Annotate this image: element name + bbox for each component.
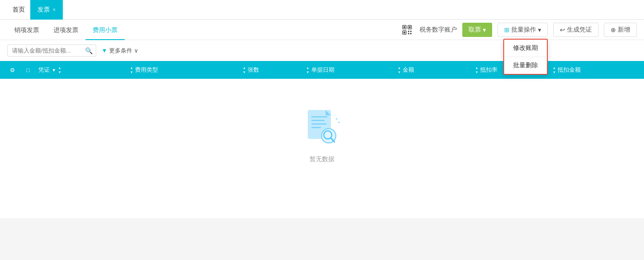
th-date[interactable]: ▲▼ 单据日期 xyxy=(302,66,394,74)
filter-icon: ▼ xyxy=(102,47,107,54)
tab-xiaoxiang[interactable]: 销项发票 xyxy=(7,20,46,40)
th-deduct-rate-label: 抵扣率 xyxy=(480,66,497,74)
tab-jinxiang[interactable]: 进项发票 xyxy=(46,20,86,40)
empty-state-icon xyxy=(300,106,344,150)
batch-chevron-icon: ▾ xyxy=(538,26,541,33)
th-expense-sort-arrows: ▲▼ xyxy=(130,66,134,74)
th-date-sort-arrows: ▲▼ xyxy=(306,66,310,74)
svg-rect-11 xyxy=(311,116,327,118)
modify-period-item[interactable]: 修改账期 xyxy=(504,40,547,57)
add-button[interactable]: ⊕ 新增 xyxy=(604,23,637,37)
settings-icon: ⚙ xyxy=(10,67,15,73)
batch-delete-item[interactable]: 批量删除 xyxy=(504,57,547,74)
empty-state: 暂无数据 xyxy=(0,79,644,181)
invoice-tab-label: 发票 xyxy=(37,6,50,14)
th-settings[interactable]: ⚙ xyxy=(4,67,21,73)
generate-voucher-label: 生成凭证 xyxy=(567,26,592,34)
svg-point-18 xyxy=(336,118,338,120)
th-count-label: 张数 xyxy=(248,66,259,74)
th-amount[interactable]: ▲▼ 金额 xyxy=(394,66,471,74)
batch-operations-button[interactable]: ⊞ 批量操作 ▾ xyxy=(497,23,548,37)
tab-feiyong[interactable]: 费用小票 xyxy=(86,20,125,40)
svg-rect-14 xyxy=(311,127,321,128)
tax-account-button[interactable]: 税务数字账户 xyxy=(420,26,457,34)
batch-dropdown-menu: 修改账期 批量删除 xyxy=(503,39,548,75)
th-deduct-amount-label: 抵扣金额 xyxy=(558,66,581,74)
add-label: 新增 xyxy=(618,26,630,34)
more-filter-button[interactable]: ▼ 更多条件 ∨ xyxy=(102,47,139,55)
th-expense-type[interactable]: ▲▼ 费用类型 xyxy=(126,66,239,74)
invoice-tab[interactable]: 发票 × xyxy=(30,0,63,20)
more-filter-label: 更多条件 xyxy=(109,47,132,55)
th-deduct-rate-sort-arrows: ▲▼ xyxy=(475,66,478,74)
svg-rect-8 xyxy=(408,33,409,34)
th-voucher-sort: ▲▼ xyxy=(58,66,61,74)
search-input[interactable] xyxy=(7,45,96,57)
home-tab[interactable]: 首页 xyxy=(7,6,30,14)
filter-chevron-icon: ∨ xyxy=(134,47,139,54)
voucher-icon: ↩ xyxy=(560,26,565,33)
th-date-label: 单据日期 xyxy=(311,66,334,74)
svg-point-20 xyxy=(334,115,335,116)
th-count-sort-arrows: ▲▼ xyxy=(243,66,246,74)
th-checkbox[interactable]: □ xyxy=(21,67,35,73)
svg-rect-1 xyxy=(404,26,405,28)
get-ticket-label: 取票 xyxy=(469,26,481,34)
svg-rect-12 xyxy=(311,120,325,121)
th-deduct-amount[interactable]: ▲▼ 抵扣金额 xyxy=(549,66,640,74)
search-input-wrap: 🔍 xyxy=(7,45,96,57)
th-voucher-label: 凭证 xyxy=(38,66,50,74)
svg-rect-7 xyxy=(410,31,412,32)
generate-voucher-button[interactable]: ↩ 生成凭证 xyxy=(553,23,599,37)
svg-point-19 xyxy=(338,122,340,123)
get-ticket-button[interactable]: 取票 ▾ xyxy=(462,23,492,37)
search-icon: 🔍 xyxy=(85,47,93,54)
sub-tabs-bar: 销项发票 进项发票 费用小票 税务数字账户 取票 ▾ xyxy=(0,20,644,40)
checkbox-icon: □ xyxy=(26,67,30,73)
th-voucher-filter-icon: ▼ xyxy=(52,68,56,73)
close-tab-icon[interactable]: × xyxy=(53,7,56,13)
svg-rect-13 xyxy=(311,123,326,125)
toolbar-right: 税务数字账户 取票 ▾ ⊞ 批量操作 ▾ 修改账期 批量删除 ↩ 生成凭证 xyxy=(400,23,637,37)
th-count[interactable]: ▲▼ 张数 xyxy=(239,66,302,74)
svg-rect-3 xyxy=(409,26,411,28)
top-nav: 首页 发票 × xyxy=(0,0,644,20)
svg-rect-9 xyxy=(410,33,412,34)
qr-code-button[interactable] xyxy=(400,23,414,37)
add-icon: ⊕ xyxy=(611,26,616,33)
batch-operations-container: ⊞ 批量操作 ▾ 修改账期 批量删除 xyxy=(497,23,548,37)
th-amount-label: 金额 xyxy=(403,66,414,74)
batch-icon: ⊞ xyxy=(504,26,509,33)
batch-operations-label: 批量操作 xyxy=(511,26,536,34)
svg-rect-5 xyxy=(404,32,405,33)
empty-state-text: 暂无数据 xyxy=(310,155,334,163)
svg-rect-6 xyxy=(408,31,409,32)
th-amount-sort-arrows: ▲▼ xyxy=(397,66,401,74)
th-deduct-amount-sort-arrows: ▲▼ xyxy=(552,66,556,74)
th-voucher[interactable]: 凭证 ▼ ▲▼ xyxy=(35,66,126,74)
th-expense-type-label: 费用类型 xyxy=(135,66,158,74)
get-ticket-chevron: ▾ xyxy=(483,26,486,33)
